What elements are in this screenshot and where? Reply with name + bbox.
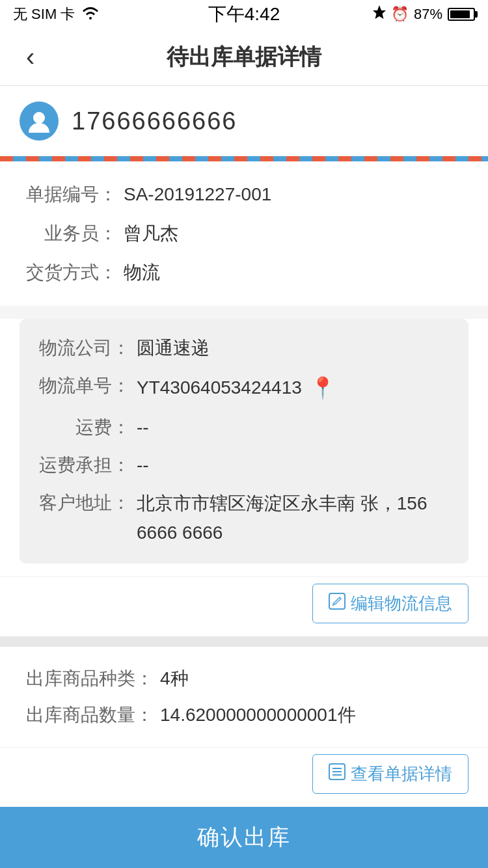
freight-bearer-label: 运费承担： [39, 452, 130, 479]
nav-bar: ‹ 待出库单据详情 [0, 29, 488, 86]
wifi-icon [81, 5, 100, 23]
delivery-label: 交货方式： [26, 259, 117, 286]
salesperson-value: 曾凡杰 [124, 220, 462, 247]
user-header: 17666666666 [0, 86, 488, 156]
logistics-company-label: 物流公司： [39, 334, 130, 362]
freight-label: 运费： [39, 414, 130, 441]
battery-text: 87% [414, 6, 442, 23]
logistics-card: 物流公司： 圆通速递 物流单号： YT43064053424413 📍 运费： … [0, 319, 488, 636]
location-service-icon [373, 5, 386, 23]
user-icon [26, 108, 52, 134]
address-label: 客户地址： [39, 489, 130, 517]
goods-types-label: 出库商品种类： [26, 666, 154, 691]
tracking-label: 物流单号： [39, 372, 130, 400]
nav-title: 待出库单据详情 [167, 42, 321, 72]
battery-icon [448, 8, 475, 21]
carrier-text: 无 SIM 卡 [13, 5, 75, 24]
edit-btn-label: 编辑物流信息 [351, 592, 452, 615]
back-button[interactable]: ‹ [20, 36, 41, 78]
view-btn-label: 查看单据详情 [351, 763, 452, 785]
tracking-value-container: YT43064053424413 📍 [137, 372, 449, 403]
tracking-number: YT43064053424413 [137, 374, 302, 401]
salesperson-label: 业务员： [26, 220, 117, 247]
goods-types-value: 4种 [160, 666, 189, 691]
status-bar-time: 下午4:42 [208, 2, 280, 27]
logistics-company-value: 圆通速递 [137, 334, 449, 362]
order-number-label: 单据编号： [26, 181, 117, 208]
section-divider-1 [0, 636, 488, 647]
alarm-icon: ⏰ [391, 6, 409, 23]
address-value: 北京市市辖区海淀区永丰南 张，156 6666 6666 [137, 489, 449, 548]
delivery-row: 交货方式： 物流 [26, 259, 462, 286]
status-bar: 无 SIM 卡 下午4:42 ⏰ 87% [0, 0, 488, 29]
edit-logistics-button[interactable]: 编辑物流信息 [312, 584, 468, 623]
salesperson-row: 业务员： 曾凡杰 [26, 220, 462, 247]
order-info-section: 单据编号： SA-20191227-001 业务员： 曾凡杰 交货方式： 物流 [0, 161, 488, 306]
list-icon [329, 763, 346, 785]
svg-rect-1 [329, 593, 345, 609]
goods-section: 出库商品种类： 4种 出库商品数量： 14.620000000000001件 [0, 647, 488, 747]
tracking-row: 物流单号： YT43064053424413 📍 [39, 372, 449, 403]
confirm-btn-container: 确认出库 [0, 807, 488, 868]
edit-icon [329, 593, 346, 614]
svg-point-0 [33, 112, 45, 124]
freight-value: -- [137, 414, 449, 441]
battery-fill [450, 10, 470, 18]
user-avatar [20, 102, 59, 141]
dashed-divider [0, 156, 488, 161]
freight-row: 运费： -- [39, 414, 449, 441]
goods-quantity-row: 出库商品数量： 14.620000000000001件 [26, 703, 462, 727]
freight-bearer-value: -- [137, 452, 449, 479]
logistics-company-row: 物流公司： 圆通速递 [39, 334, 449, 362]
user-phone: 17666666666 [72, 107, 237, 135]
address-row: 客户地址： 北京市市辖区海淀区永丰南 张，156 6666 6666 [39, 489, 449, 548]
logistics-section: 物流公司： 圆通速递 物流单号： YT43064053424413 📍 运费： … [20, 319, 468, 563]
confirm-outbound-button[interactable]: 确认出库 [197, 822, 291, 852]
order-number-row: 单据编号： SA-20191227-001 [26, 181, 462, 208]
goods-types-row: 出库商品种类： 4种 [26, 666, 462, 691]
view-details-button[interactable]: 查看单据详情 [312, 754, 468, 794]
status-bar-right: ⏰ 87% [373, 5, 475, 23]
view-btn-container: 查看单据详情 [0, 747, 488, 807]
map-pin-icon[interactable]: 📍 [310, 372, 336, 403]
delivery-value: 物流 [124, 259, 462, 286]
goods-quantity-value: 14.620000000000001件 [160, 703, 356, 727]
freight-bearer-row: 运费承担： -- [39, 452, 449, 479]
order-number-value: SA-20191227-001 [124, 181, 462, 208]
status-bar-left: 无 SIM 卡 [13, 5, 100, 24]
goods-quantity-label: 出库商品数量： [26, 703, 154, 727]
edit-btn-container: 编辑物流信息 [0, 576, 488, 636]
